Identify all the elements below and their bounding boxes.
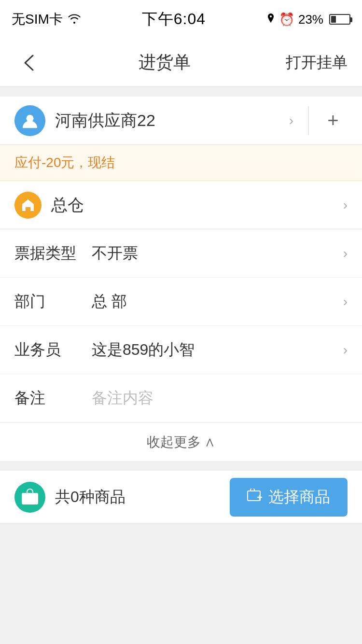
note-placeholder: 备注内容 [92,388,348,409]
warehouse-icon [14,192,42,219]
form-section: 票据类型 不开票 › 部门 总 部 › 业务员 这是859的小智 › 备注 备注… [0,229,362,461]
carrier-text: 无SIM卡 [12,10,63,28]
salesman-label: 业务员 [14,339,82,361]
product-count: 共0种商品 [55,487,230,508]
select-product-label: 选择商品 [268,487,330,508]
product-icon [14,482,45,513]
notice-bar: 应付-20元，现结 [0,145,362,181]
supplier-avatar [14,105,45,136]
warehouse-arrow-icon: › [343,197,348,213]
supplier-section: 河南供应商22 › + [0,97,362,145]
select-product-button[interactable]: 选择商品 [230,478,348,517]
dept-value: 总 部 [92,291,343,312]
collapse-label: 收起更多 ∧ [147,433,216,451]
alarm-icon: ⏰ [279,12,294,27]
salesman-arrow-icon: › [343,342,348,358]
note-row[interactable]: 备注 备注内容 [0,374,362,422]
page-title: 进货单 [139,51,191,74]
gray-background [0,524,362,644]
battery-icon [329,14,350,25]
ticket-type-arrow-icon: › [343,246,348,261]
ticket-type-label: 票据类型 [14,243,82,264]
location-icon [266,12,275,27]
bottom-bar: 共0种商品 选择商品 [0,471,362,524]
svg-rect-5 [248,491,260,501]
nav-bar: 进货单 打开挂单 [0,39,362,87]
status-bar: 无SIM卡 下午6:04 ⏰ 23% [0,0,362,39]
battery-percent: 23% [298,12,323,27]
wifi-icon [68,12,81,27]
dept-row[interactable]: 部门 总 部 › [0,278,362,326]
warehouse-name: 总仓 [51,194,343,216]
status-bar-time: 下午6:04 [142,9,206,30]
salesman-value: 这是859的小智 [92,339,343,361]
supplier-name[interactable]: 河南供应商22 [55,110,289,132]
back-button[interactable] [14,48,43,77]
notice-text: 应付-20元，现结 [14,155,115,170]
collapse-button[interactable]: 收起更多 ∧ [0,422,362,461]
add-supplier-button[interactable]: + [319,110,348,131]
salesman-row[interactable]: 业务员 这是859的小智 › [0,326,362,374]
svg-point-0 [270,15,272,17]
dept-arrow-icon: › [343,294,348,309]
supplier-divider [308,106,309,135]
status-bar-right: ⏰ 23% [266,12,350,27]
note-label: 备注 [14,388,82,409]
open-pending-button[interactable]: 打开挂单 [286,52,348,73]
top-divider [0,87,362,97]
select-product-icon [247,489,263,505]
ticket-type-value: 不开票 [92,243,343,264]
dept-label: 部门 [14,291,82,312]
ticket-type-row[interactable]: 票据类型 不开票 › [0,229,362,278]
bottom-divider [0,461,362,471]
status-bar-left: 无SIM卡 [12,10,81,28]
svg-rect-2 [26,207,30,211]
warehouse-section[interactable]: 总仓 › [0,181,362,229]
supplier-arrow-icon: › [289,113,293,128]
